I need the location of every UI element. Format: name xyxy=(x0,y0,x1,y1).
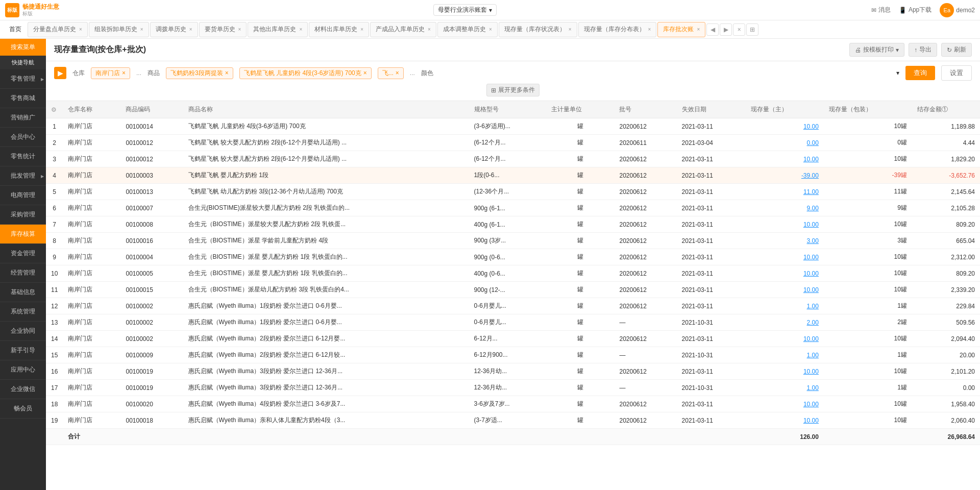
col-expire: 失效日期 xyxy=(677,101,746,118)
product-tag-close-2[interactable]: × xyxy=(363,69,367,77)
product-tag-close-3[interactable]: × xyxy=(396,69,399,77)
user-avatar[interactable]: Ea demo2 xyxy=(940,3,975,17)
tab-close-icon[interactable]: × xyxy=(428,27,431,32)
product-filter-tag-3[interactable]: 飞... × xyxy=(378,67,404,79)
cell-name: 合生元（BIOSTIME）派星 学龄前儿童配方奶粉 4段 xyxy=(183,233,469,249)
warehouse-filter-tag[interactable]: 南岸门店 × xyxy=(91,67,130,79)
tab-close-icon[interactable]: × xyxy=(489,27,492,32)
app-download-btn[interactable]: 📱 App下载 xyxy=(899,6,932,14)
sidebar-item-xinshou[interactable]: 新手引导 xyxy=(0,341,46,360)
tab-close-icon[interactable]: × xyxy=(299,27,302,32)
product-tag-close-1[interactable]: × xyxy=(225,69,229,77)
tab-fen-pan[interactable]: 分量盘点单历史 × xyxy=(28,22,88,37)
sidebar-item-zijin[interactable]: 资金管理 xyxy=(0,244,46,263)
cell-code: 00100007 xyxy=(120,200,183,216)
cell-qty-main[interactable]: 10.00 xyxy=(746,412,824,429)
col-gear[interactable]: ⚙ xyxy=(46,101,63,118)
sidebar-item-lingshoutj[interactable]: 零售统计 xyxy=(0,147,46,166)
tab-close-all[interactable]: × xyxy=(733,23,745,36)
cell-qty-main[interactable]: 2.00 xyxy=(746,314,824,331)
tab-ku-cun-pi[interactable]: 库存批次账 × xyxy=(657,22,705,37)
cell-code: 00100016 xyxy=(120,233,183,249)
cell-qty-main[interactable]: 10.00 xyxy=(746,118,824,135)
message-btn[interactable]: ✉ 消息 xyxy=(871,6,891,14)
account-selector[interactable]: 母婴行业演示账套 ▾ xyxy=(433,4,497,16)
sidebar-item-changhuy[interactable]: 畅会员 xyxy=(0,399,46,419)
sidebar-item-kucun[interactable]: 库存核算 xyxy=(0,225,46,244)
tab-close-icon[interactable]: × xyxy=(697,27,700,32)
template-print-btn[interactable]: 🖨 按模板打印 ▾ xyxy=(849,43,904,57)
query-btn[interactable]: 查询 xyxy=(905,66,935,80)
warehouse-more[interactable]: ... xyxy=(136,69,141,77)
sidebar-item-jichu[interactable]: 基础信息 xyxy=(0,283,46,302)
sidebar-item-lingshoushangcheng[interactable]: 零售商城 xyxy=(0,89,46,108)
sidebar-item-huiyuan[interactable]: 会员中心 xyxy=(0,128,46,147)
logo-title: 畅捷通好生意 xyxy=(22,3,59,10)
sidebar-search-btn[interactable]: 搜索菜单 xyxy=(0,39,46,56)
cell-qty-main[interactable]: 10.00 xyxy=(746,282,824,298)
tab-cheng-ben[interactable]: 成本调整单历史 × xyxy=(437,22,498,37)
cell-qty-pkg: 10罐 xyxy=(824,151,912,167)
tab-close-icon[interactable]: × xyxy=(569,27,572,32)
cell-amount: -3,652.76 xyxy=(912,167,980,184)
cell-qty-main[interactable]: 0.00 xyxy=(746,135,824,151)
tab-diao-bo[interactable]: 调拨单历史 × xyxy=(150,22,198,37)
cell-qty-main[interactable]: 1.00 xyxy=(746,380,824,396)
tab-close-icon[interactable]: × xyxy=(79,27,82,32)
tab-xian-cun-fen[interactable]: 现存量（库存分布表） × xyxy=(578,22,657,37)
cell-qty-main[interactable]: 10.00 xyxy=(746,363,824,380)
expand-filter-btn[interactable]: ⊞ 展开更多条件 xyxy=(54,84,972,96)
refresh-btn[interactable]: ↻ 刷新 xyxy=(941,43,972,57)
cell-qty-main[interactable]: 1.00 xyxy=(746,347,824,363)
cell-qty-main[interactable]: 9.00 xyxy=(746,200,824,216)
sidebar-item-yingyong[interactable]: 应用中心 xyxy=(0,360,46,380)
tab-close-icon[interactable]: × xyxy=(238,27,241,32)
col-amount: 结存金额① xyxy=(912,101,980,118)
cell-amount: 0.00 xyxy=(912,380,980,396)
tab-zu-chai[interactable]: 组装拆卸单历史 × xyxy=(89,22,149,37)
warehouse-tag-close[interactable]: × xyxy=(122,69,126,77)
cell-qty-main[interactable]: 1.00 xyxy=(746,298,824,314)
cell-qty-main[interactable]: 10.00 xyxy=(746,265,824,282)
tab-xian-cun-zhuang[interactable]: 现存量（库存状况表） × xyxy=(499,22,577,37)
tab-close-icon[interactable]: × xyxy=(140,27,143,32)
set-btn[interactable]: 设置 xyxy=(941,65,972,81)
sidebar-item-qiye[interactable]: 企业协同 xyxy=(0,322,46,341)
sidebar-item-pifagl[interactable]: 批发管理 xyxy=(0,166,46,186)
cell-qty-main[interactable]: 10.00 xyxy=(746,151,824,167)
tab-chan-pin[interactable]: 产成品入库单历史 × xyxy=(370,22,436,37)
tab-nav-next[interactable]: ▶ xyxy=(720,23,732,36)
tab-yao-huo[interactable]: 要货单历史 × xyxy=(199,22,247,37)
sidebar-item-xitong[interactable]: 系统管理 xyxy=(0,302,46,322)
sidebar-quick-nav[interactable]: 快捷导航 xyxy=(0,56,46,69)
sidebar-item-caigou[interactable]: 采购管理 xyxy=(0,205,46,225)
tab-close-icon[interactable]: × xyxy=(648,27,651,32)
product-filter-tag-1[interactable]: 飞鹤奶粉3段两提装 × xyxy=(166,67,233,79)
column-settings-icon[interactable]: ⚙ xyxy=(51,106,57,113)
tab-close-icon[interactable]: × xyxy=(360,27,363,32)
cell-qty-main[interactable]: 11.00 xyxy=(746,184,824,200)
sidebar-item-yingxiao[interactable]: 营销推广 xyxy=(0,108,46,128)
tab-close-icon[interactable]: × xyxy=(189,27,192,32)
tab-menu[interactable]: ⊞ xyxy=(746,23,758,36)
cell-qty-main[interactable]: 10.00 xyxy=(746,331,824,347)
cell-qty-main[interactable]: 3.00 xyxy=(746,233,824,249)
tab-cai-liao[interactable]: 材料出库单历史 × xyxy=(309,22,369,37)
sidebar-item-qiyewx[interactable]: 企业微信 xyxy=(0,380,46,399)
cell-qty-main[interactable]: 10.00 xyxy=(746,249,824,265)
sidebar-item-jingying[interactable]: 经营管理 xyxy=(0,263,46,283)
tab-nav-prev[interactable]: ◀ xyxy=(706,23,719,36)
filter-toggle-btn[interactable]: ▶ xyxy=(54,67,66,79)
main-layout: 搜索菜单 快捷导航 零售管理 零售商城 营销推广 会员中心 零售统计 批发管理 … xyxy=(0,39,980,490)
tab-home[interactable]: 首页 xyxy=(4,22,27,37)
cell-qty-main[interactable]: -39.00 xyxy=(746,167,824,184)
product-filter-tag-2[interactable]: 飞鹤星飞帆 儿童奶粉 4段(3-6岁适用) 700克 × xyxy=(239,67,372,79)
sidebar-item-lingshouguan[interactable]: 零售管理 xyxy=(0,69,46,89)
tab-qi-ta-chu[interactable]: 其他出库单历史 × xyxy=(248,22,308,37)
cell-qty-main[interactable]: 10.00 xyxy=(746,216,824,233)
product-more[interactable]: ... xyxy=(410,69,415,77)
sidebar-item-dianshang[interactable]: 电商管理 xyxy=(0,186,46,205)
cell-qty-main[interactable]: 10.00 xyxy=(746,396,824,412)
sidebar: 搜索菜单 快捷导航 零售管理 零售商城 营销推广 会员中心 零售统计 批发管理 … xyxy=(0,39,46,490)
export-btn[interactable]: ↑ 导出 xyxy=(909,43,937,57)
